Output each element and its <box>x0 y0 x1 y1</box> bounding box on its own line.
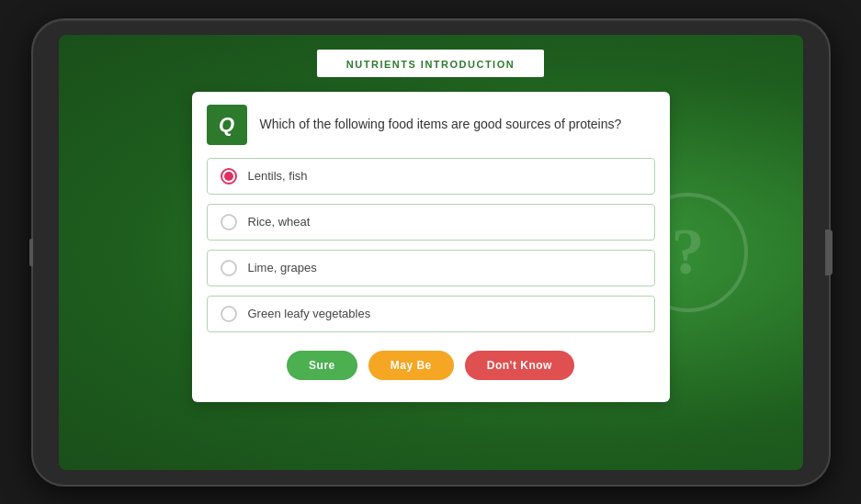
sure-button[interactable]: Sure <box>287 351 357 380</box>
buttons-row: Sure May Be Don't Know <box>192 351 670 380</box>
title-label: NUTRIENTS INTRODUCTION <box>346 59 515 70</box>
tablet-device: ? NUTRIENTS INTRODUCTION Q Which of the … <box>31 18 831 487</box>
option-item-4[interactable]: Green leafy vegetables <box>207 296 655 332</box>
dont-know-button[interactable]: Don't Know <box>465 351 574 380</box>
radio-option-3[interactable] <box>221 260 237 276</box>
option-item-1[interactable]: Lentils, fish <box>207 158 655 195</box>
quiz-card: Q Which of the following food items are … <box>192 92 670 402</box>
maybe-button[interactable]: May Be <box>368 351 454 380</box>
question-text: Which of the following food items are go… <box>260 116 622 134</box>
power-button[interactable] <box>29 239 33 266</box>
q-badge: Q <box>207 105 247 145</box>
title-bar: NUTRIENTS INTRODUCTION <box>317 50 544 77</box>
option-item-3[interactable]: Lime, grapes <box>207 250 655 286</box>
tablet-screen: ? NUTRIENTS INTRODUCTION Q Which of the … <box>59 35 803 470</box>
option-item-2[interactable]: Rice, wheat <box>207 204 655 241</box>
radio-dot-1 <box>224 172 233 181</box>
volume-button[interactable] <box>825 230 833 275</box>
option-label-2: Rice, wheat <box>248 215 311 229</box>
option-label-1: Lentils, fish <box>248 169 308 183</box>
radio-option-2[interactable] <box>221 214 237 230</box>
main-content: NUTRIENTS INTRODUCTION Q Which of the fo… <box>59 35 803 470</box>
radio-option-4[interactable] <box>221 306 237 322</box>
options-area: Lentils, fish Rice, wheat Lime, grapes G… <box>192 158 670 332</box>
question-header: Q Which of the following food items are … <box>192 92 670 158</box>
option-label-3: Lime, grapes <box>248 261 317 274</box>
option-label-4: Green leafy vegetables <box>248 307 371 320</box>
radio-option-1[interactable] <box>221 168 237 185</box>
